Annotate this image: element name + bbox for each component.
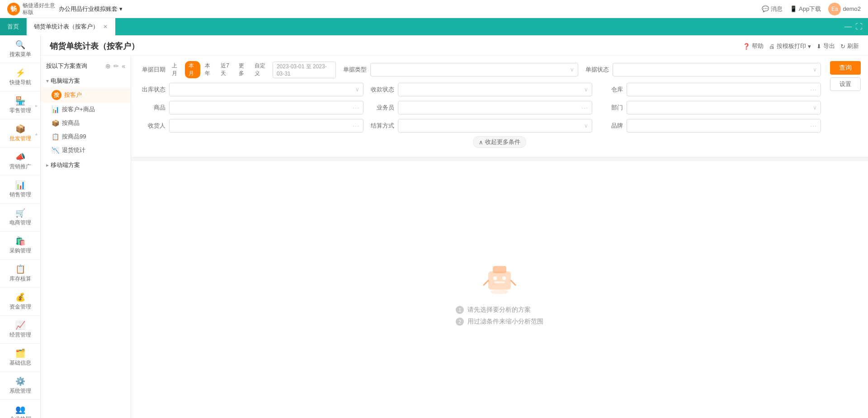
help-button[interactable]: ❓ 帮助	[743, 42, 764, 50]
chevron-up-icon: ∧	[479, 139, 483, 146]
refresh-icon: ↻	[840, 43, 845, 50]
more-icon: ···	[581, 104, 588, 111]
top-header: 畅 畅捷通好生意 标版 办公用品行业模拟账套 ▾ 💬 消息 📱 App下载 Ea…	[0, 0, 868, 18]
chevron-down-icon: ∨	[584, 86, 588, 93]
date-tab-last-month[interactable]: 上月	[169, 61, 183, 78]
sidebar-item-purchase[interactable]: 🛍️ 采购管理	[0, 232, 40, 260]
doc-type-filter[interactable]: ∨	[370, 63, 579, 76]
add-scheme-button[interactable]: ⊕	[105, 62, 111, 70]
ecom-icon: 🛒	[15, 208, 25, 218]
logo-text: 畅捷通好生意 标版	[23, 2, 55, 15]
template-print-button[interactable]: 🖨 按模板打印 ▾	[769, 42, 811, 50]
sales-icon: 📊	[15, 180, 25, 190]
chevron-down-icon: ∨	[813, 104, 817, 111]
message-action[interactable]: 💬 消息	[762, 5, 783, 13]
sidebar-item-operation[interactable]: 📈 经营管理	[0, 316, 40, 344]
out-status-filter[interactable]: ∨	[169, 83, 363, 96]
download-action[interactable]: 📱 App下载	[790, 5, 821, 13]
date-tab-custom[interactable]: 自定义	[252, 61, 270, 78]
sidebar-item-corp[interactable]: 👥 企业协同	[0, 400, 40, 418]
brand-filter[interactable]: ···	[627, 119, 821, 133]
sidebar-item-marketing[interactable]: 📣 营销推广	[0, 147, 40, 176]
sidebar-item-retail[interactable]: 🏪 零售管理 ▸	[0, 91, 40, 119]
edit-scheme-button[interactable]: ✏	[113, 62, 119, 70]
refresh-button[interactable]: ↻ 刷新	[840, 42, 859, 50]
tab-home[interactable]: 首页	[0, 18, 27, 35]
app-selector[interactable]: 办公用品行业模拟账套 ▾	[59, 5, 123, 13]
tab-minimize-icon[interactable]: —	[844, 23, 852, 31]
warehouse-filter[interactable]: ···	[627, 83, 821, 96]
scheme-panel: 按以下方案查询 ⊕ ✏ « ▾ 电脑端方案 按 按客户	[41, 56, 131, 418]
sidebar-item-sales[interactable]: 📊 销售管理	[0, 176, 40, 204]
sidebar-item-system[interactable]: ⚙️ 系统管理	[0, 372, 40, 400]
page-actions: ❓ 帮助 🖨 按模板打印 ▾ ⬇ 导出 ↻ 刷新	[743, 42, 859, 50]
right-area: 单据日期 上月 本月 本年 近7天 更多 自定义	[131, 56, 868, 418]
tab-bar-actions: — ⛶	[844, 23, 868, 31]
date-range[interactable]: 2023-03-01 至 2023-03-31	[273, 62, 336, 78]
sidebar-item-basic[interactable]: 🗂️ 基础信息	[0, 344, 40, 372]
chevron-down-icon: ▾	[119, 5, 123, 12]
goods-filter[interactable]: ···	[169, 101, 363, 114]
svg-rect-4	[494, 281, 505, 283]
sidebar-item-wholesale[interactable]: 📦 批发管理 ▴	[0, 119, 40, 147]
collapse-scheme-button[interactable]: «	[122, 62, 125, 70]
date-tab-this-year[interactable]: 本年	[202, 61, 216, 78]
filter-buttons: 查询 设置	[825, 61, 861, 91]
query-button[interactable]: 查询	[830, 61, 861, 75]
date-tabs: 上月 本月 本年 近7天 更多 自定义	[169, 61, 270, 78]
salesperson-filter[interactable]: ···	[398, 101, 592, 114]
svg-point-2	[493, 276, 497, 280]
settle-filter[interactable]: ∨	[398, 119, 592, 133]
inventory-icon: 📋	[15, 264, 25, 274]
sidebar-item-finance[interactable]: 💰 资金管理	[0, 288, 40, 316]
scheme-item-by-customer-goods[interactable]: 📊 按客户+商品	[41, 103, 131, 116]
chevron-down-icon: ▾	[46, 78, 49, 84]
doc-status-filter[interactable]: ∨	[613, 63, 821, 76]
page-title: 销货单统计表（按客户）	[50, 41, 139, 52]
export-icon: ⬇	[816, 43, 821, 50]
page-header: 销货单统计表（按客户） ❓ 帮助 🖨 按模板打印 ▾ ⬇ 导出 ↻ 刷新	[41, 35, 868, 56]
scheme-item-by-goods-99[interactable]: 📋 按商品99	[41, 130, 131, 143]
more-icon: ···	[810, 122, 817, 129]
purchase-icon: 🛍️	[15, 236, 25, 246]
chevron-up-icon: ▴	[35, 131, 38, 136]
corp-icon: 👥	[15, 404, 25, 414]
scheme-group-desktop-title[interactable]: ▾ 电脑端方案	[41, 75, 131, 87]
date-tab-last7[interactable]: 近7天	[218, 61, 234, 78]
scheme-item-return-stats[interactable]: 📉 退货统计	[41, 143, 131, 157]
scheme-group-mobile-title[interactable]: ▸ 移动端方案	[41, 159, 131, 171]
collapse-button[interactable]: ∧ 收起更多条件	[473, 136, 526, 148]
filter-form: 单据日期 上月 本月 本年 近7天 更多 自定义	[131, 56, 868, 157]
active-badge: 按	[52, 90, 61, 100]
sidebar-item-search[interactable]: 🔍 搜索菜单	[0, 35, 40, 63]
tab-maximize-icon[interactable]: ⛶	[855, 23, 863, 31]
date-filter: 上月 本月 本年 近7天 更多 自定义 2023-03-01 至 2023-03…	[169, 61, 336, 78]
filter-row-2: 出库状态 ∨ 收款状态 ∨ 仓库 ···	[138, 83, 821, 96]
sidebar-item-ecom[interactable]: 🛒 电商管理	[0, 204, 40, 232]
scheme-item-by-customer[interactable]: 按 按客户	[41, 87, 131, 103]
date-tab-this-month[interactable]: 本月	[185, 61, 201, 78]
tab-stats[interactable]: 销货单统计表（按客户） ✕	[27, 18, 115, 35]
export-button[interactable]: ⬇ 导出	[816, 42, 835, 50]
sidebar-item-quicknav[interactable]: ⚡ 快捷导航	[0, 63, 40, 91]
receipt-status-filter[interactable]: ∨	[398, 83, 592, 96]
chart-icon: 📊	[52, 106, 59, 113]
receiver-filter[interactable]: ···	[169, 119, 363, 133]
tab-close-icon[interactable]: ✕	[103, 24, 108, 30]
main-content: 🔍 搜索菜单 ⚡ 快捷导航 🏪 零售管理 ▸ 📦 批发管理 ▴ 📣 营销推广 📊…	[0, 35, 868, 418]
scheme-item-by-goods[interactable]: 📦 按商品	[41, 116, 131, 130]
logo-icon: 畅	[7, 3, 20, 15]
svg-rect-0	[488, 271, 511, 290]
svg-line-5	[484, 280, 488, 285]
dept-filter[interactable]: ∨	[627, 101, 821, 114]
avatar: Ea	[828, 3, 841, 15]
logo-area: 畅 畅捷通好生意 标版	[7, 2, 55, 15]
finance-icon: 💰	[15, 292, 25, 302]
sidebar-item-inventory[interactable]: 📋 库存核算	[0, 260, 40, 288]
date-tab-more[interactable]: 更多	[236, 61, 250, 78]
basic-icon: 🗂️	[15, 348, 25, 358]
user-area[interactable]: Ea demo2	[828, 3, 861, 15]
settings-button[interactable]: 设置	[830, 77, 861, 91]
empty-tip-2: 2 用过滤条件来缩小分析范围	[456, 318, 543, 326]
empty-tip-1: 1 请先选择要分析的方案	[456, 306, 543, 314]
